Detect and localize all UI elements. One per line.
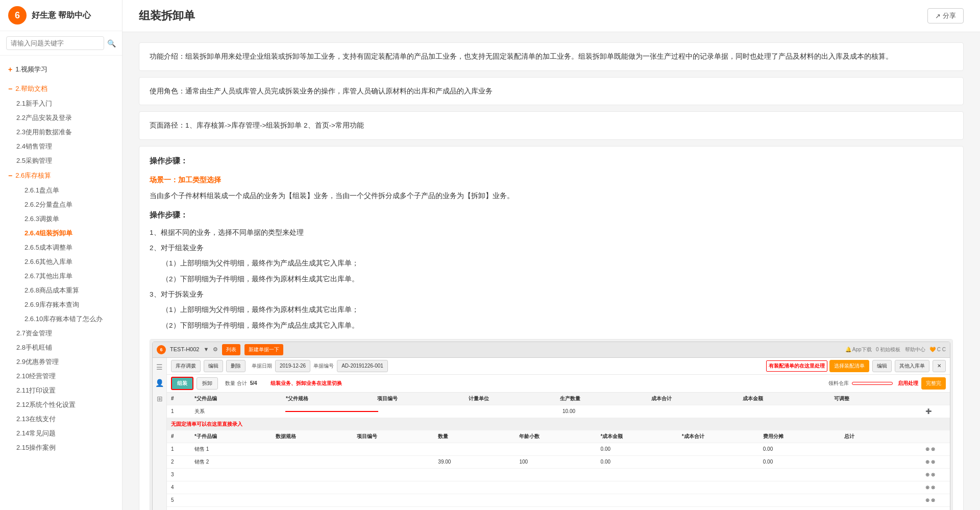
toolbar-btn-transfer[interactable]: 库存调拨 <box>171 360 201 372</box>
toolbar-btn-extra1[interactable]: 编辑 <box>872 360 892 372</box>
cell-parent-spec[interactable] <box>285 411 378 412</box>
sidebar-item-stocktake[interactable]: 2.6.1盘点单 <box>0 183 122 198</box>
sidebar-item-ledger-fix[interactable]: 2.6.10库存账本错了怎么办 <box>0 312 122 326</box>
main-content: 组装拆卸单 ↗ 分享 功能介绍：组装拆卸单用来处理企业组装或拆卸等加工业务，支持… <box>122 0 980 510</box>
toolbar-btn-select-bom[interactable]: 选择装配清单 <box>829 360 869 372</box>
page-title: 组装拆卸单 <box>139 8 195 23</box>
app-topbar-id: TEST-H002 <box>170 345 199 355</box>
cell-prod-qty: 10.00 <box>562 407 650 416</box>
collapse-icon: − <box>8 85 12 93</box>
sidebar-item-label: 2.帮助文档 <box>15 84 47 93</box>
app-logo-icon: 6 <box>157 345 166 354</box>
content-area: 功能介绍：组装拆卸单用来处理企业组装或拆卸等加工业务，支持有固定装配清单的产品加… <box>122 32 980 510</box>
app-topbar-btn-new[interactable]: 新建单据一下 <box>244 344 283 355</box>
sidebar-item-video[interactable]: + 1.视频学习 <box>0 62 122 77</box>
sidebar-item-inventory[interactable]: − 2.6库存核算 <box>0 168 122 183</box>
scene1-heading: 场景一：加工类型选择 <box>150 174 953 186</box>
sub-col-num: # <box>171 432 191 441</box>
app-side-icons: ☰ 👤 ⊞ <box>153 358 167 510</box>
toolbar-btn-delete[interactable]: 删除 <box>226 360 246 372</box>
sidebar-item-sales[interactable]: 2.4销售管理 <box>0 139 122 154</box>
col-prod-qty: 生产数量 <box>560 394 648 403</box>
sidebar-item-cost-adjust[interactable]: 2.6.5成本调整单 <box>0 240 122 255</box>
sidebar-item-mobile[interactable]: 2.8手机旺铺 <box>0 341 122 355</box>
sub-col-spec: 数据规格 <box>276 432 354 441</box>
sidebar-item-assembly[interactable]: 2.6.4组装拆卸单 <box>0 226 122 240</box>
toolbar-order-value[interactable]: AD-20191226-001 <box>337 360 388 372</box>
app-sub-row-4: 4 ⊕ ⊗ <box>167 481 950 494</box>
step3-sub1: （1）上部明细为父件明细，最终作为原材料生成其它出库单； <box>162 304 953 316</box>
app-topbar-btn-list[interactable]: 列表 <box>222 344 240 355</box>
sidebar-item-purchase[interactable]: 2.5采购管理 <box>0 154 122 168</box>
type-btn-assembly[interactable]: 组装 <box>171 377 193 390</box>
ops-block: 操作步骤： 场景一：加工类型选择 当由多个子件材料组装成一个成品的业务为【组装】… <box>139 146 964 510</box>
sidebar-item-cost-recalc[interactable]: 2.6.8商品成本重算 <box>0 283 122 298</box>
order-label: 单据编号 <box>313 361 334 371</box>
annotation-assembly-area: 组装业务、拆卸业务在这里切换 <box>271 378 342 388</box>
search-input[interactable] <box>6 36 104 50</box>
sidebar-item-other-in[interactable]: 2.6.6其他入库单 <box>0 255 122 269</box>
warehouse-label: 领料仓库 <box>828 379 849 388</box>
col-cost-total: 成本合计 <box>651 394 740 403</box>
sidebar-item-faq[interactable]: 2.14常见问题 <box>0 426 122 441</box>
sidebar-item-data-prep[interactable]: 2.3使用前数据准备 <box>0 125 122 139</box>
sidebar-item-coupon[interactable]: 2.9优惠券管理 <box>0 355 122 369</box>
app-body: ☰ 👤 ⊞ 库存调拨 编辑 删除 <box>153 358 950 510</box>
annotation-assembly: 组装业务、拆卸业务在这里切换 <box>271 380 342 386</box>
app-topbar: 6 TEST-H002 ▼ ⚙ 列表 新建单据一下 🔔 App下载 0 初始模板… <box>153 342 950 358</box>
share-button[interactable]: ↗ 分享 <box>927 8 964 23</box>
sub-col-sku: *子件品编 <box>194 432 273 441</box>
cell-parent-sku: 关系 <box>194 407 282 416</box>
path-block: 页面路径：1、库存核算->库存管理->组装拆卸单 2、首页->常用功能 <box>139 111 964 140</box>
toolbar-btn-close[interactable]: ✕ <box>933 360 946 372</box>
sidebar-item-other-out[interactable]: 2.6.7其他出库单 <box>0 269 122 283</box>
step2: 2、对于组装业务 <box>150 242 953 254</box>
sidebar-item-customize[interactable]: 2.12系统个性化设置 <box>0 398 122 412</box>
screenshot-container: 6 TEST-H002 ▼ ⚙ 列表 新建单据一下 🔔 App下载 0 初始模板… <box>150 339 953 510</box>
intro-block: 功能介绍：组装拆卸单用来处理企业组装或拆卸等加工业务，支持有固定装配清单的产品加… <box>139 42 964 71</box>
sidebar-item-capital[interactable]: 2.7资金管理 <box>0 326 122 341</box>
step1: 1、根据不同的业务，选择不同单据的类型来处理 <box>150 227 953 239</box>
sidebar-item-label: 2.6库存核算 <box>15 171 51 180</box>
intro-text: 功能介绍：组装拆卸单用来处理企业组装或拆卸等加工业务，支持有固定装配清单的产品加… <box>150 53 893 60</box>
sidebar-item-partial-stocktake[interactable]: 2.6.2分量盘点单 <box>0 198 122 212</box>
refresh-icon: ⚙ <box>213 345 218 355</box>
sidebar: 6 好生意 帮助中心 🔍 + 1.视频学习 − 2.帮助文档 2.1新手入门 2… <box>0 0 122 510</box>
confirm-btn[interactable]: 完整完 <box>921 377 946 390</box>
col-adjustable: 可调整 <box>834 394 922 403</box>
warning-area: 有装配清单的在这里处理 选择装配清单 <box>766 360 869 372</box>
type-btn-disassembly[interactable]: 拆卸 <box>197 377 218 390</box>
step2-sub1: （1）上部明细为父件明细，最终作为产成品生成其它入库单； <box>162 257 953 270</box>
sidebar-item-transfer[interactable]: 2.6.3调拨单 <box>0 212 122 226</box>
side-icon-1: ☰ <box>156 361 163 374</box>
app-form-area: 库存调拨 编辑 删除 单据日期 2019-12-26 单据编号 AD-20191… <box>167 358 950 510</box>
annotation-no-fixed-row: 无固定清单可以在这里直接录入 <box>167 418 950 430</box>
screenshot-inner: 6 TEST-H002 ▼ ⚙ 列表 新建单据一下 🔔 App下载 0 初始模板… <box>150 339 952 510</box>
search-icon[interactable]: 🔍 <box>107 39 116 47</box>
sidebar-item-cases[interactable]: 2.15操作案例 <box>0 441 122 455</box>
sidebar-item-docs[interactable]: − 2.帮助文档 <box>0 81 122 96</box>
ops-heading: 操作步骤： <box>150 154 953 167</box>
sidebar-item-ops[interactable]: 2.10经营管理 <box>0 369 122 383</box>
toolbar-btn-extra2[interactable]: 其他入库单 <box>895 360 929 372</box>
sub-col-cost-amt: *成本金额 <box>601 432 679 441</box>
annotation-no-fixed: 无固定清单可以在这里直接录入 <box>171 420 242 429</box>
warehouse-input[interactable] <box>852 382 893 385</box>
qty-value: 5/4 <box>250 379 257 388</box>
sidebar-item-install[interactable]: 2.2产品安装及登录 <box>0 111 122 125</box>
cell-num: 1 <box>171 407 191 416</box>
sidebar-item-online-pay[interactable]: 2.13在线支付 <box>0 412 122 426</box>
sidebar-item-stock-ledger[interactable]: 2.6.9库存账本查询 <box>0 298 122 312</box>
cell-action[interactable]: ➕ <box>925 407 946 416</box>
col-unit: 计量单位 <box>469 394 557 403</box>
nav-section-video: + 1.视频学习 <box>0 60 122 79</box>
sidebar-item-print[interactable]: 2.11打印设置 <box>0 383 122 398</box>
main-header: 组装拆卸单 ↗ 分享 <box>122 0 980 32</box>
app-sub-row-1: 1 销售 1 0.00 0.00 <box>167 443 950 456</box>
step3: 3、对于拆装业务 <box>150 288 953 301</box>
toolbar-btn-edit[interactable]: 编辑 <box>204 360 223 372</box>
sidebar-item-newbie[interactable]: 2.1新手入门 <box>0 96 122 111</box>
app-upper-grid-row1: 1 关系 10.00 ➕ <box>167 405 950 418</box>
toolbar-date-value[interactable]: 2019-12-26 <box>275 360 310 372</box>
col-project: 项目编号 <box>377 394 465 403</box>
